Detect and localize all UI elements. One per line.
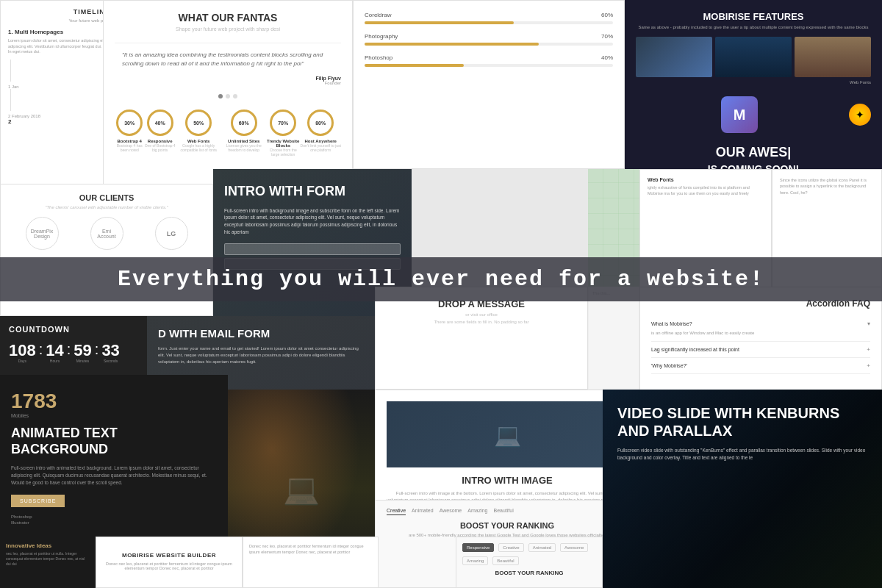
stat-item: 40% Responsive One of Bootstrap 4 big po… (144, 110, 176, 157)
accordion-q2: Lag significantly increased at this poin… (651, 347, 739, 352)
accordion-item-1: What is Mobirise? ▾ is an offline app fo… (651, 316, 870, 342)
boost-ranking-title: BOOST YOUR RANKING (387, 521, 628, 530)
email-form-title: D WITH EMAIL FORM (158, 327, 364, 340)
tab-creative[interactable]: Creative (387, 508, 406, 515)
client-logo-1: DreamPixDesign (26, 217, 59, 250)
tab-animated[interactable]: Animated (412, 508, 434, 515)
laptop-icon: 💻 (494, 422, 521, 448)
panel-decorative-small: The this... (588, 287, 639, 390)
clients-subtitle: "The clients' carousel with adjustable n… (10, 205, 204, 209)
accordion-item-3: 'Why Mobirise?' + (651, 358, 870, 374)
ranking-tabs-2: Responsive Creative Animated Awesome Ama… (462, 543, 596, 565)
countdown-days: 108 (9, 343, 36, 359)
tab2-amazing[interactable]: Amazing (462, 556, 488, 565)
countdown-seconds-label: Seconds (101, 359, 119, 363)
countdown-title: COUNTDOWN (9, 325, 138, 334)
intro-form-title: INTRO WITH FORM (224, 184, 401, 200)
clients-logos: DreamPixDesign EmiAccount LG (10, 217, 204, 250)
tab-beautiful[interactable]: Beautiful (494, 508, 514, 515)
innovative-ideas-title: Innovative Ideas (6, 542, 90, 549)
client-logo-2: EmiAccount (90, 217, 123, 250)
clients-title: OUR CLIENTS (10, 193, 204, 202)
drop-message-sub2: There are some fields to fill in. No pad… (387, 320, 576, 324)
stat-item: 50% Web Fonts Google has a highly compat… (176, 110, 221, 157)
fantasies-title: WHAT OUR FANTAS (115, 12, 341, 24)
video-slide-title: VIDEO SLIDE WITH KENBURNS AND PARALLAX (617, 404, 867, 440)
mobirise-features-title: MOBIRISE FEATURES (636, 11, 871, 22)
accordion-item-2: Lag significantly increased at this poin… (651, 342, 870, 358)
overlay-text: Everything you will ever need for a webs… (118, 267, 764, 292)
mobirise-features-subtitle: Same as above - probably included to giv… (636, 25, 871, 29)
feature-img-2 (715, 37, 792, 77)
feature-images (636, 37, 871, 77)
fantasies-quote: "It is an amazing idea combining the tes… (115, 51, 341, 68)
intro-image-hero: 💻 (387, 401, 628, 467)
mobirise-builder-title: MOBIRISE WEBSITE BUILDER (122, 552, 216, 559)
animated-text-title: ANIMATED TEXT BACKGROUND (11, 426, 217, 457)
form-field-name[interactable] (224, 243, 401, 255)
feature-img-3 (795, 37, 871, 77)
skill-photoshop: Photoshop 40% (365, 54, 613, 67)
skill-photography: Photography 70% (365, 33, 613, 46)
subscribe-button[interactable]: SUBSCRIBE (11, 495, 65, 507)
intro-form-text: Full-screen intro with background image … (224, 207, 401, 236)
mobirise-builder-text: Donec nec leo, placerat et porttitor fer… (96, 559, 242, 573)
carousel-dots (115, 94, 341, 98)
fantasies-subtitle: Shape your future web project with sharp… (115, 26, 341, 32)
countdown-minutes: 59 (74, 343, 91, 359)
tags-list: Photoshop Illustrator (11, 514, 217, 525)
feature-img-1 (636, 37, 712, 77)
accordion-a1: is an offline app for Window and Mac to … (651, 330, 870, 337)
fantasies-role: Founder (115, 81, 341, 85)
animated-number: 1783 (11, 390, 217, 413)
plus-icon: + (867, 346, 870, 353)
innovative-ideas-text: nec leo, placerat et porttitor ut nulla.… (6, 551, 90, 567)
donate-nec-text: Donec nec leo, placerat et porttitor fer… (249, 543, 372, 556)
panel-mobirise-builder: MOBIRISE WEBSITE BUILDER Donec nec leo, … (96, 537, 243, 588)
stat-item: 80% Host Anywhere Don't limit yourself t… (300, 110, 341, 157)
animated-text-body: Full-screen intro with animated text bac… (11, 465, 217, 486)
panel-innovative-ideas: Innovative Ideas nec leo, placerat et po… (0, 537, 96, 588)
tab2-creative[interactable]: Creative (498, 543, 523, 552)
stats-row: 30% Bootstrap 4 Bootstrap 4 has been not… (115, 110, 341, 157)
panel-skills: Coreldraw 60% Photography 70% Photosho (353, 0, 625, 169)
ranking-tabs: Creative Animated Awesome Amazing Beauti… (387, 508, 628, 515)
animated-number-label: Mobiles (11, 413, 217, 418)
overlay-banner: Everything you will ever need for a webs… (0, 257, 882, 301)
stat-item: 30% Bootstrap 4 Bootstrap 4 has been not… (115, 110, 144, 157)
chevron-down-icon: ▾ (867, 320, 870, 327)
tab-awesome[interactable]: Awesome (440, 508, 462, 515)
mobirise-logo-icon: M (721, 96, 758, 133)
countdown-hours: 14 (46, 343, 63, 359)
accordion-q1: What is Mobirise? (651, 321, 692, 326)
panel-drop-message: DROP A MESSAGE or visit our office There… (375, 287, 588, 390)
intro-image-title: INTRO WITH IMAGE (387, 475, 628, 486)
panel-donate-nec: Donec nec leo, placerat et porttitor fer… (243, 537, 379, 588)
client-logo-3: LG (155, 217, 188, 250)
boost-ranking-2-title: BOOST YOUR RANKING (462, 570, 596, 576)
tab2-responsive[interactable]: Responsive (462, 543, 494, 552)
panel-boost-ranking-2: Responsive Creative Animated Awesome Ama… (456, 537, 603, 588)
panel-video-slide: VIDEO SLIDE WITH KENBURNS AND PARALLAX F… (603, 390, 882, 588)
tab2-awesome[interactable]: Awesome (560, 543, 588, 552)
tab2-animated[interactable]: Animated (528, 543, 556, 552)
stat-item: 60% Unlimited Sites License gives you th… (221, 110, 266, 157)
plus-icon-2: + (867, 362, 870, 369)
fantasies-author: Filip Flyuv (115, 76, 341, 81)
coming-soon-title: OUR AWES| (636, 145, 871, 160)
countdown-minutes-label: Minutes (74, 359, 91, 363)
skill-coreldraw: Coreldraw 60% (365, 12, 613, 24)
accordion-q3: 'Why Mobirise?' (651, 363, 687, 368)
drop-message-sub: or visit our office (387, 312, 576, 317)
feature-label: Web Fonts (636, 80, 871, 85)
video-slide-text: Fullscreen video slide with outstanding … (617, 447, 867, 462)
sun-icon: ✦ (849, 104, 871, 126)
email-form-text: form. Just enter your name and email to … (158, 345, 364, 365)
tab2-beautiful[interactable]: Beautiful (492, 556, 518, 565)
collage: TIMELINE BLOCK Your future web project w… (0, 0, 882, 588)
countdown-seconds: 33 (101, 343, 119, 359)
tab-amazing[interactable]: Amazing (467, 508, 487, 515)
countdown-display: 108 Days : 14 Hours : 59 Minutes : 33 Se… (9, 341, 138, 364)
stat-item: 70% Trendy Website Blocks Choose from th… (266, 110, 300, 157)
